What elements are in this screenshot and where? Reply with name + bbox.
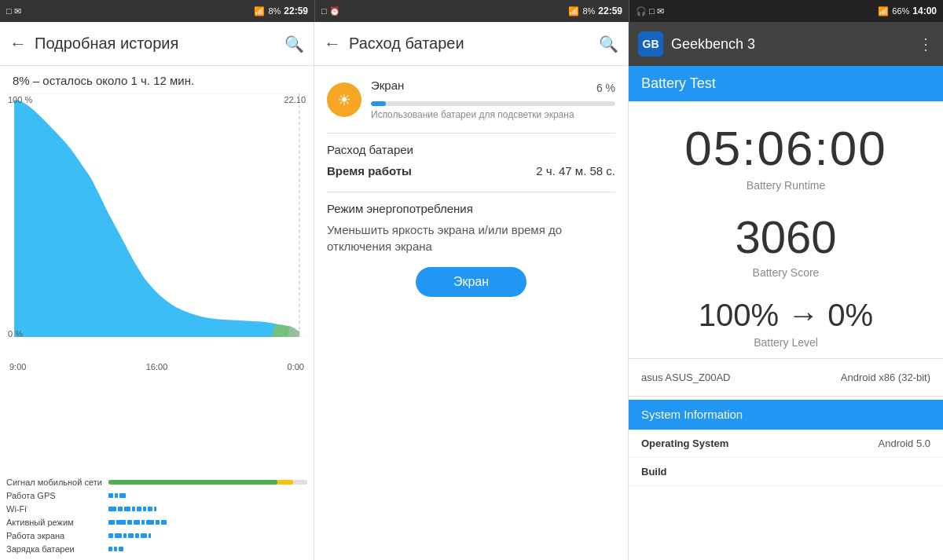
signal-row-active: Активный режим [6, 517, 307, 528]
search-icon-1[interactable]: 🔍 [284, 35, 304, 53]
screen-icon-circle: ☀ [327, 82, 361, 117]
status-bar-2: □ ⏰ 📶 8% 22:59 [314, 0, 629, 22]
seg-screen-6 [141, 533, 147, 538]
notification-icons-2: □ ⏰ [321, 6, 340, 16]
geekbench-app-title: Geekbench 3 [671, 36, 910, 53]
battery-label-1: 8% [268, 6, 281, 16]
seg-wifi-5 [137, 507, 141, 511]
geekbench-app-bar: GB Geekbench 3 ⋮ [629, 22, 943, 66]
signal-icon-1: 📶 [254, 6, 265, 16]
chart-label-bottom-left: 0 % [8, 329, 23, 339]
seg-active-6 [146, 520, 154, 525]
time-3: 14:00 [912, 5, 937, 16]
seg-gps-1 [108, 493, 113, 498]
screen-progress-bar [371, 101, 615, 106]
battery-runtime-label: Battery Runtime [629, 179, 943, 192]
section1-title: Расход батареи [327, 143, 615, 156]
geekbench-main: 05:06:00 Battery Runtime 3060 Battery Sc… [629, 101, 943, 560]
geekbench-divider-2 [629, 396, 943, 397]
status-icons-1: □ ✉ [6, 6, 21, 16]
wifi-icon: 📶 [878, 6, 889, 16]
chart-area: 100 % 22.10 0 % [0, 90, 314, 474]
system-icons-3: 📶 66% 14:00 [878, 5, 937, 16]
battery-percent-info: 8% – осталось около 1 ч. 12 мин. [0, 66, 314, 90]
signal-row-gps: Работа GPS [6, 490, 307, 501]
notification-icons-3: 🎧 □ ✉ [636, 6, 664, 16]
energy-title: Режим энергопотребления [327, 202, 615, 215]
screen-button[interactable]: Экран [416, 267, 527, 297]
seg-charging-1 [108, 547, 112, 551]
sys-info-bar: System Information [629, 400, 943, 430]
back-button-1[interactable]: ← [9, 34, 27, 54]
more-options-icon[interactable]: ⋮ [918, 35, 934, 53]
screen-row[interactable]: ☀ Экран 6 % Использование батареи для по… [314, 66, 628, 133]
geekbench-divider-1 [629, 358, 943, 359]
battery-label-3: 66% [892, 6, 909, 16]
signal-segs-gps [108, 493, 307, 498]
panel1-title: Подробная история [35, 35, 284, 53]
screen-info: Экран 6 % Использование батареи для подс… [371, 79, 615, 120]
runtime-row: Время работы 2 ч. 47 м. 58 с. [327, 159, 615, 182]
sys-info-label: System Information [641, 408, 743, 421]
signal-segs-charging [108, 547, 307, 551]
seg-screen-2 [115, 533, 122, 538]
battery-chart-svg [6, 93, 307, 337]
signal-row-wifi: Wi-Fi [6, 503, 307, 514]
signal-row-charging: Зарядка батареи [6, 544, 307, 555]
chart-time-labels: 9:00 16:00 0:00 [6, 361, 307, 373]
seg-wifi-8 [154, 507, 156, 511]
seg-active-2 [116, 520, 126, 525]
info-row-os: Operating System Android 5.0 [629, 430, 943, 458]
battery-level-label: Battery Level [629, 336, 943, 349]
seg-active-1 [108, 520, 115, 525]
seg-gps-3 [119, 493, 126, 498]
signal-label-screen: Работа экрана [6, 531, 108, 540]
chart-label-top-right: 22.10 [284, 95, 306, 104]
seg-screen-1 [108, 533, 113, 538]
signal-label-wifi: Wi-Fi [6, 504, 108, 514]
seg-wifi-2 [118, 507, 123, 511]
info-row-build: Build [629, 458, 943, 486]
seg-active-3 [127, 520, 132, 525]
time-2: 22:59 [598, 5, 622, 16]
brightness-icon: ☀ [337, 90, 351, 109]
battery-score-label: Battery Score [629, 266, 943, 279]
seg-active-4 [134, 520, 140, 525]
panel2-header: ← Расход батареи 🔍 [314, 22, 628, 66]
platform-label: Android x86 (32-bit) [841, 372, 930, 383]
energy-desc: Уменьшить яркость экрана и/или время до … [327, 221, 615, 254]
screen-title: Экран [371, 79, 404, 92]
signal-fill-mobile-yellow [277, 480, 293, 485]
back-button-2[interactable]: ← [324, 34, 341, 54]
seg-screen-4 [128, 533, 134, 538]
screen-percent: 6 % [596, 82, 615, 94]
os-value: Android 5.0 [879, 437, 931, 449]
notification-icons-1: □ ✉ [6, 6, 21, 16]
seg-wifi-4 [132, 507, 135, 511]
chart-container: 100 % 22.10 0 % [6, 93, 307, 361]
panel2-title: Расход батареи [349, 35, 599, 53]
seg-screen-5 [135, 533, 139, 538]
runtime-value: 2 ч. 47 м. 58 с. [536, 164, 615, 178]
battery-runtime-display: 05:06:00 [629, 101, 943, 179]
build-key: Build [641, 466, 667, 478]
signal-segs-screen [108, 533, 307, 538]
time-label-start: 9:00 [9, 362, 26, 372]
signal-label-mobile: Сигнал мобильной сети [6, 478, 108, 487]
notif-icon-2: □ ⏰ [321, 6, 340, 16]
signal-bars-section: Сигнал мобильной сети Работа GPS Wi-Fi [0, 474, 314, 560]
battery-label-2: 8% [582, 6, 595, 16]
battery-level-display: 100% → 0% [629, 291, 943, 336]
app-icon-label: GB [643, 38, 659, 50]
system-icons-1: 📶 8% 22:59 [254, 5, 308, 16]
search-icon-2[interactable]: 🔍 [599, 35, 618, 53]
chart-label-top-left: 100 % [8, 95, 32, 104]
time-label-mid: 16:00 [146, 362, 168, 372]
geekbench-app-icon: GB [638, 31, 663, 57]
signal-label-gps: Работа GPS [6, 491, 108, 500]
seg-active-5 [141, 520, 145, 525]
system-icons-2: 📶 8% 22:59 [568, 5, 622, 16]
time-1: 22:59 [284, 5, 308, 16]
signal-track-mobile [108, 480, 307, 485]
runtime-label: Время работы [327, 164, 412, 178]
